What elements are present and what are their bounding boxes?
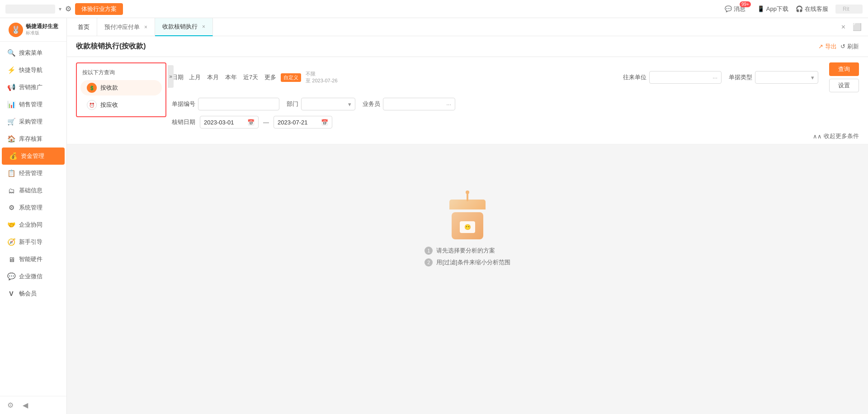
wechat-icon: 💬: [7, 272, 15, 281]
sidebar-item-finance[interactable]: 💰 资金管理: [2, 148, 65, 165]
empty-step1: 1 请先选择要分析的方案: [425, 247, 510, 255]
date-custom-badge[interactable]: 自定义: [281, 73, 301, 82]
date-no-limit: 不限: [306, 71, 337, 77]
sidebar-item-label: 销售管理: [19, 100, 42, 109]
user-avatar[interactable]: Rit: [835, 5, 863, 14]
solution-button[interactable]: 体验行业方案: [75, 3, 123, 15]
writeoff-label: 核销日期: [172, 118, 195, 126]
doctype-label: 单据类型: [729, 73, 752, 81]
dept-filter-group: 部门 ▾: [287, 98, 355, 110]
docno-input[interactable]: [198, 98, 279, 110]
calendar-start-icon: 📅: [247, 119, 255, 126]
date-btn-more[interactable]: 更多: [263, 72, 278, 82]
sidebar-item-vip[interactable]: V 畅会员: [0, 285, 66, 302]
doctype-filter-group: 单据类型 ▾: [729, 71, 818, 84]
receivable-icon: ⏰: [87, 100, 97, 110]
filter-collapse-button[interactable]: »: [168, 65, 174, 88]
export-button[interactable]: ↗ 导出: [818, 43, 837, 51]
marketing-icon: 📢: [7, 83, 15, 91]
tab-receipt-label: 收款核销执行: [162, 23, 198, 31]
tab-prepay[interactable]: 预付冲应付单 ×: [97, 18, 155, 36]
sidebar-item-wechat[interactable]: 💬 企业微信: [0, 268, 66, 285]
sidebar-collapse-icon[interactable]: ◀: [23, 401, 28, 409]
message-badge: 99+: [740, 1, 751, 7]
sidebar-item-hardware[interactable]: 🖥 智能硬件: [0, 251, 66, 268]
query-button[interactable]: 查询: [829, 62, 859, 76]
date-btn-7days[interactable]: 近7天: [241, 72, 260, 82]
settings-icon[interactable]: ⚙: [65, 5, 71, 13]
partner-input[interactable]: ···: [649, 71, 722, 84]
app-edition: 标准版: [26, 30, 58, 36]
filter-row-2: 单据编号 部门 ▾ 业务员: [172, 98, 859, 110]
collapse-more-button[interactable]: ∧∧ 收起更多条件: [813, 132, 859, 140]
page-title: 收款核销执行(按收款): [76, 42, 146, 57]
sidebar-settings-icon[interactable]: ⚙: [7, 401, 14, 409]
system-icon: ⚙: [7, 204, 15, 212]
sidebar-item-system[interactable]: ⚙ 系统管理: [0, 199, 66, 216]
service-button[interactable]: 🎧 在线客服: [796, 5, 828, 13]
tab-receipt-close[interactable]: ×: [202, 24, 205, 30]
partner-dots: ···: [712, 74, 717, 81]
sidebar-item-marketing[interactable]: 📢 营销推广: [0, 79, 66, 96]
dropdown-arrow-icon[interactable]: ▾: [59, 6, 61, 12]
content-area: 首页 预付冲应付单 × 收款核销执行 × × ⬜ 收款核销执行(按收款): [67, 18, 868, 414]
sidebar-item-label: 资金管理: [21, 152, 44, 160]
sidebar-item-collab[interactable]: 🤝 企业协同: [0, 216, 66, 233]
staff-label: 业务员: [363, 100, 380, 108]
message-button[interactable]: 💬 消息 99+: [725, 5, 745, 13]
sidebar-item-shortcut[interactable]: ⚡ 快捷导航: [0, 62, 66, 79]
tab-maximize-button[interactable]: ⬜: [850, 22, 864, 32]
filter-right: 日期 上月 本月 本年 近7天 更多 自定义 不限 至 2023-07-26: [172, 62, 859, 140]
settings-button[interactable]: 设置: [829, 79, 859, 92]
app-icon: 📱: [757, 5, 764, 12]
search-icon: 🔍: [7, 49, 15, 57]
tab-close-all-button[interactable]: ×: [839, 22, 848, 32]
sidebar-item-guide[interactable]: 🧭 新手引导: [0, 233, 66, 251]
partner-filter-group: 往来单位 ···: [623, 71, 722, 84]
management-icon: 📋: [7, 169, 15, 177]
sidebar-item-sales[interactable]: 📊 销售管理: [0, 96, 66, 113]
empty-text-group: 1 请先选择要分析的方案 2 用[过滤]条件来缩小分析范围: [425, 247, 510, 266]
sidebar-bottom: ⚙ ◀: [0, 396, 66, 414]
writeoff-start-input[interactable]: 2023-03-01 📅: [200, 116, 259, 128]
partner-label: 往来单位: [623, 73, 646, 81]
refresh-button[interactable]: ↺ 刷新: [840, 43, 859, 51]
sidebar-item-inventory[interactable]: 🏠 库存核算: [0, 130, 66, 148]
filter-area: 按以下方查询 💲 按收款 ⏰ 按应收 »: [67, 57, 868, 144]
tab-home[interactable]: 首页: [71, 18, 97, 36]
tab-prepay-close[interactable]: ×: [144, 24, 147, 30]
sidebar-item-management[interactable]: 📋 经营管理: [0, 165, 66, 182]
empty-illustration: 😶: [443, 190, 492, 239]
headset-icon: 🎧: [796, 5, 803, 12]
date-btn-last-month[interactable]: 上月: [187, 72, 203, 82]
top-bar-left: ▾ ⚙ 体验行业方案: [5, 3, 725, 15]
date-hint: 不限 至 2023-07-26: [306, 71, 337, 84]
writeoff-start-value: 2023-03-01: [204, 119, 234, 126]
sidebar-item-label: 新手引导: [19, 238, 42, 246]
doctype-arrow: ▾: [811, 74, 814, 81]
brand-placeholder: [5, 5, 55, 14]
dept-select[interactable]: ▾: [301, 98, 355, 110]
basic-info-icon: 🗂: [7, 187, 15, 195]
sidebar-logo: 🐰 畅捷通好生意 标准版: [0, 18, 66, 42]
date-btn-this-month[interactable]: 本月: [205, 72, 221, 82]
date-btn-this-year[interactable]: 本年: [223, 72, 239, 82]
sidebar-item-purchase[interactable]: 🛒 采购管理: [0, 113, 66, 130]
tab-bar: 首页 预付冲应付单 × 收款核销执行 × × ⬜: [67, 18, 868, 36]
sidebar-item-basic-info[interactable]: 🗂 基础信息: [0, 182, 66, 199]
collapse-more-label: 收起更多条件: [824, 132, 859, 140]
doctype-select[interactable]: ▾: [755, 71, 818, 84]
app-download-button[interactable]: 📱 App下载: [757, 5, 788, 13]
date-sep: —: [263, 119, 269, 126]
filter-option-by-receivable[interactable]: ⏰ 按应收: [80, 97, 162, 113]
tab-receipt[interactable]: 收款核销执行 ×: [155, 18, 213, 36]
logo-text-group: 畅捷通好生意 标准版: [26, 23, 58, 37]
writeoff-end-input[interactable]: 2023-07-21 📅: [274, 116, 332, 128]
filter-option-by-receipt[interactable]: 💲 按收款: [80, 80, 162, 95]
logo-icon: 🐰: [9, 23, 23, 37]
filter-row-1: 日期 上月 本月 本年 近7天 更多 自定义 不限 至 2023-07-26: [172, 62, 859, 92]
top-bar-right: 💬 消息 99+ 📱 App下载 🎧 在线客服 Rit: [725, 5, 863, 14]
page-content: 收款核销执行(按收款) ↗ 导出 ↺ 刷新 按以下方查询: [67, 36, 868, 414]
sidebar-item-search[interactable]: 🔍 搜索菜单: [0, 44, 66, 62]
staff-input[interactable]: ···: [383, 98, 455, 110]
